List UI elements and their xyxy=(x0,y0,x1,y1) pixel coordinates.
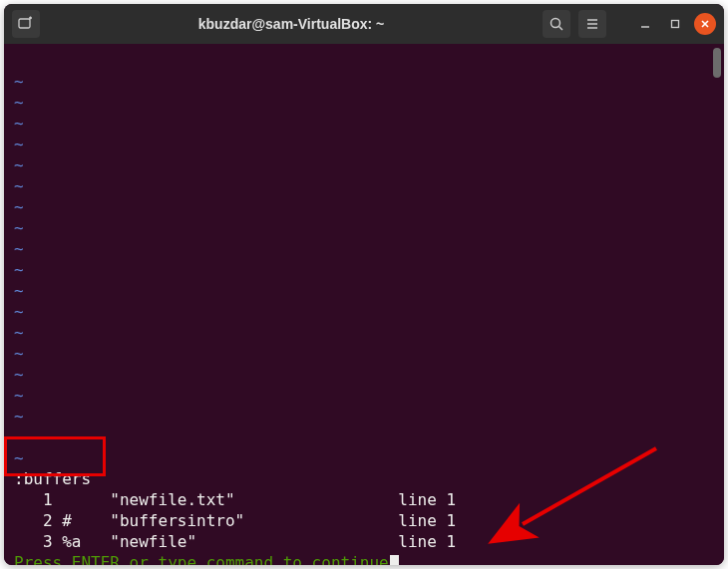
tilde-line: ~ xyxy=(14,175,714,196)
svg-point-1 xyxy=(551,19,560,28)
new-tab-button[interactable] xyxy=(12,10,40,38)
maximize-icon xyxy=(669,18,681,30)
tilde-line: ~ xyxy=(14,364,714,385)
tilde-line: ~ xyxy=(14,427,714,447)
search-button[interactable] xyxy=(543,10,570,38)
tilde-line: ~ xyxy=(14,322,714,343)
svg-rect-7 xyxy=(672,21,679,28)
tilde-line: ~ xyxy=(14,259,714,280)
minimize-button[interactable] xyxy=(634,13,656,35)
cursor xyxy=(390,555,399,565)
search-icon xyxy=(548,16,564,32)
tilde-line: ~ xyxy=(14,134,714,154)
tilde-line: ~ xyxy=(14,196,714,217)
tilde-line: ~ xyxy=(14,238,714,259)
scrollbar[interactable] xyxy=(712,48,722,561)
tilde-line: ~ xyxy=(14,406,714,427)
tilde-line: ~ xyxy=(14,92,714,113)
terminal-content[interactable]: ~~~~~~~~~~~~~~~~~~~:buffers 1 "newfile.t… xyxy=(4,44,724,565)
scrollbar-thumb[interactable] xyxy=(713,48,721,78)
menu-button[interactable] xyxy=(578,10,606,38)
buffer-row: 3 %a "newfile" line 1 xyxy=(14,531,714,552)
buffer-row: 1 "newfile.txt" line 1 xyxy=(14,489,714,510)
titlebar: kbuzdar@sam-VirtualBox: ~ xyxy=(4,4,724,44)
tilde-line: ~ xyxy=(14,280,714,301)
continue-prompt: Press ENTER or type command to continue xyxy=(14,552,714,565)
tilde-line: ~ xyxy=(14,301,714,322)
svg-rect-0 xyxy=(19,19,30,28)
close-button[interactable] xyxy=(694,13,716,35)
minimize-icon xyxy=(639,18,651,30)
maximize-button[interactable] xyxy=(664,13,686,35)
terminal-window: kbuzdar@sam-VirtualBox: ~ xyxy=(4,4,724,565)
close-icon xyxy=(699,18,711,30)
hamburger-icon xyxy=(584,16,600,32)
tilde-line: ~ xyxy=(14,447,714,468)
window-title: kbuzdar@sam-VirtualBox: ~ xyxy=(48,16,535,32)
svg-line-2 xyxy=(559,27,563,31)
tilde-line: ~ xyxy=(14,343,714,364)
tilde-line: ~ xyxy=(14,154,714,175)
tilde-line: ~ xyxy=(14,71,714,92)
tilde-line: ~ xyxy=(14,217,714,238)
tilde-line: ~ xyxy=(14,385,714,406)
buffer-row: 2 # "buffersintro" line 1 xyxy=(14,510,714,531)
command-line: :buffers xyxy=(14,468,714,489)
new-tab-icon xyxy=(18,16,34,32)
tilde-line: ~ xyxy=(14,113,714,134)
